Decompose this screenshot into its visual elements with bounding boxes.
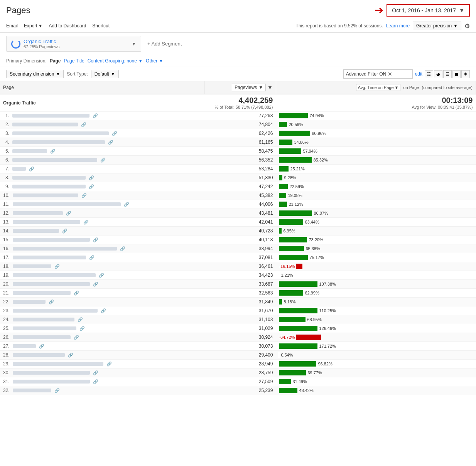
page-cell: 16.🔗	[0, 244, 204, 253]
page-link-icon[interactable]: 🔗	[93, 370, 98, 375]
segment-pill[interactable]: Organic Traffic 67.25% Pageviews ▼	[6, 36, 141, 52]
page-link-icon[interactable]: 🔗	[83, 220, 89, 225]
pageviews-cell: 58,475	[204, 147, 276, 156]
dim-other-link[interactable]: Other ▼	[146, 58, 163, 64]
pageviews-select[interactable]: Pageviews ▼	[232, 84, 266, 91]
export-button[interactable]: Export ▼	[24, 23, 43, 29]
totals-pageviews: 4,402,259 % of Total: 58.71% (7,498,882)	[204, 94, 276, 111]
pageviews-cell: 28,759	[204, 368, 276, 377]
data-table: Page Pageviews ▼ ▼ Avg. Time on Page ▼	[0, 81, 476, 395]
bar-cell: 34.86%	[276, 138, 476, 147]
page-link-icon[interactable]: 🔗	[100, 158, 106, 163]
page-link-icon[interactable]: 🔗	[108, 140, 113, 145]
pageviews-cell: 32,563	[204, 289, 276, 298]
data-table-container: Page Pageviews ▼ ▼ Avg. Time on Page ▼	[0, 81, 476, 395]
learn-more-link[interactable]: Learn more	[386, 23, 410, 29]
date-range-button[interactable]: Oct 1, 2016 - Jan 13, 2017 ▼	[387, 4, 470, 17]
avg-time-select[interactable]: Avg. Time on Page ▼	[356, 84, 401, 91]
segment-sub: 67.25% Pageviews	[24, 44, 60, 49]
pageviews-cell: 62,426	[204, 129, 276, 138]
pageviews-cell: 31,849	[204, 298, 276, 306]
bar-view-button[interactable]: ◼	[452, 70, 461, 78]
dimensions-bar: Primary Dimension: Page Page Title Conte…	[0, 55, 476, 67]
page-link-icon[interactable]: 🔗	[62, 229, 68, 234]
add-segment-button[interactable]: + Add Segment	[147, 41, 182, 47]
page-cell: 10.🔗	[0, 191, 204, 200]
bar-cell: -64.72%	[276, 333, 476, 342]
table-row: 10.🔗45,38219.08%	[0, 191, 476, 200]
page-link-icon[interactable]: 🔗	[112, 131, 117, 136]
table-row: 14.🔗40,7286.95%	[0, 227, 476, 236]
add-to-dashboard-button[interactable]: Add to Dashboard	[49, 23, 86, 29]
precision-button[interactable]: Greater precision ▼	[413, 22, 461, 30]
page-link-icon[interactable]: 🔗	[106, 362, 112, 367]
scatter-view-button[interactable]: ❖	[461, 70, 470, 78]
page-link-icon[interactable]: 🔗	[120, 246, 125, 251]
sort-type-button[interactable]: Default ▼	[91, 70, 119, 78]
toolbar-right: This report is based on 9.52% of session…	[296, 22, 470, 30]
email-button[interactable]: Email	[6, 23, 18, 29]
chevron-down-icon: ▼	[459, 7, 464, 13]
grid-view-button[interactable]: ☷	[425, 70, 433, 78]
bar-cell: 25.21%	[276, 165, 476, 173]
page-cell: 1.🔗	[0, 111, 204, 120]
table-row: 1.🔗77,26374.94%	[0, 111, 476, 120]
page-link-icon[interactable]: 🔗	[93, 237, 98, 242]
page-link-icon[interactable]: 🔗	[124, 202, 129, 207]
page-cell: 24.🔗	[0, 315, 204, 324]
page-link-icon[interactable]: 🔗	[89, 255, 95, 260]
pie-view-button[interactable]: ◕	[434, 70, 442, 78]
page-link-icon[interactable]: 🔗	[66, 211, 71, 216]
page-title: Pages	[6, 5, 30, 15]
page-link-icon[interactable]: 🔗	[29, 167, 34, 172]
shortcut-button[interactable]: Shortcut	[92, 23, 110, 29]
page-link-icon[interactable]: 🔗	[78, 317, 83, 322]
table-row: 25.🔗31,029126.46%	[0, 324, 476, 333]
page-link-icon[interactable]: 🔗	[54, 264, 60, 269]
page-link-icon[interactable]: 🔗	[79, 326, 85, 331]
page-link-icon[interactable]: 🔗	[89, 184, 94, 189]
page-link-icon[interactable]: 🔗	[49, 299, 54, 304]
table-row: 31.🔗27,50931.49%	[0, 377, 476, 386]
page-link-icon[interactable]: 🔗	[93, 379, 98, 384]
view-icons: ☷ ◕ ☰ ◼ ❖	[425, 70, 470, 78]
pageviews-cell: 74,804	[204, 120, 276, 129]
page-link-icon[interactable]: 🔗	[74, 335, 79, 340]
table-row: 19.🔗34,4231.21%	[0, 271, 476, 280]
page-link-icon[interactable]: 🔗	[101, 308, 106, 313]
page-cell: 12.🔗	[0, 209, 204, 218]
page-link-icon[interactable]: 🔗	[99, 273, 104, 278]
dim-content-grouping-link[interactable]: Content Grouping: none ▼	[88, 58, 143, 64]
date-range-label: Oct 1, 2016 - Jan 13, 2017	[392, 7, 456, 13]
page-link-icon[interactable]: 🔗	[81, 122, 86, 127]
page-link-icon[interactable]: 🔗	[39, 344, 44, 349]
settings-icon[interactable]: ⚙	[464, 22, 470, 30]
bar-cell: 96.82%	[276, 360, 476, 368]
table-row: 6.🔗56,35285.32%	[0, 156, 476, 165]
pageviews-cell: 31,029	[204, 324, 276, 333]
col-avg-time-header: Avg. Time on Page ▼ on Page (compared to…	[276, 81, 476, 94]
edit-filter-link[interactable]: edit	[415, 71, 422, 77]
secondary-dimension-button[interactable]: Secondary dimension ▼	[6, 70, 64, 78]
report-note: This report is based on 9.52% of session…	[296, 23, 383, 29]
filter-clear-icon[interactable]: ✕	[388, 71, 392, 77]
dim-page-link[interactable]: Page	[50, 58, 61, 64]
page-link-icon[interactable]: 🔗	[50, 149, 56, 154]
list-view-button[interactable]: ☰	[443, 70, 452, 78]
pageviews-cell: 38,994	[204, 244, 276, 253]
page-link-icon[interactable]: 🔗	[68, 353, 73, 358]
page-link-icon[interactable]: 🔗	[81, 193, 87, 198]
bar-cell: 65.38%	[276, 244, 476, 253]
page-cell: 3.🔗	[0, 129, 204, 138]
col-page-header: Page	[0, 81, 204, 94]
table-row: 3.🔗62,42680.96%	[0, 129, 476, 138]
bar-cell: 85.32%	[276, 156, 476, 165]
filter-input[interactable]: Advanced Filter ON ✕	[343, 69, 413, 79]
page-cell: 29.🔗	[0, 360, 204, 368]
page-link-icon[interactable]: 🔗	[93, 282, 98, 287]
page-link-icon[interactable]: 🔗	[93, 113, 98, 118]
page-link-icon[interactable]: 🔗	[89, 175, 94, 180]
dim-page-title-link[interactable]: Page Title	[64, 58, 84, 64]
page-link-icon[interactable]: 🔗	[74, 291, 79, 296]
page-link-icon[interactable]: 🔗	[54, 388, 60, 393]
